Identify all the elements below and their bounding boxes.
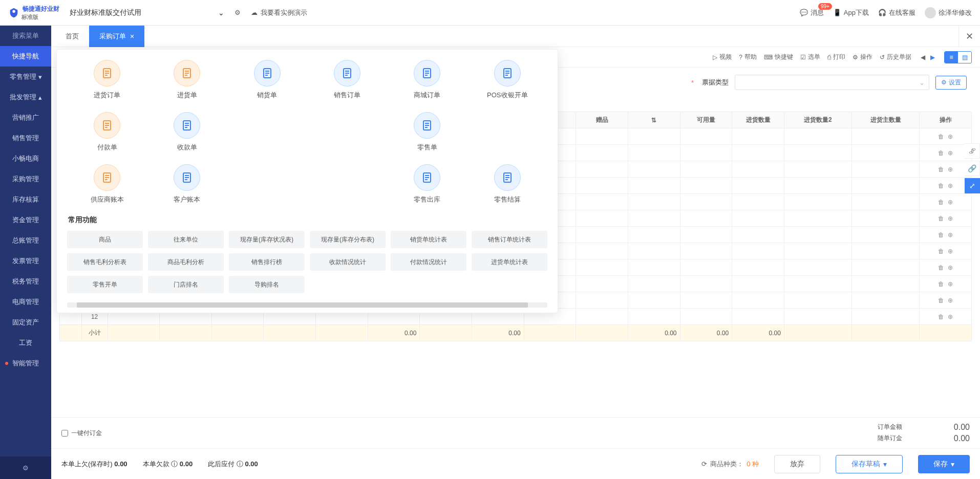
sidebar-item-wholesale[interactable]: 批发管理▴ bbox=[0, 87, 51, 107]
toolbar-operate[interactable]: ⚙操作 bbox=[853, 53, 872, 61]
row-delete-icon[interactable]: 🗑 bbox=[938, 149, 944, 157]
sidebar-item-invoice[interactable]: 发票管理 bbox=[0, 251, 51, 271]
page-next[interactable]: ▶ bbox=[928, 53, 937, 62]
row-add-icon[interactable]: ⊕ bbox=[948, 248, 953, 255]
common-function-button[interactable]: 门店排名 bbox=[148, 276, 224, 293]
row-add-icon[interactable]: ⊕ bbox=[948, 149, 953, 157]
row-delete-icon[interactable]: 🗑 bbox=[938, 248, 944, 255]
toolbar-select[interactable]: ☑选单 bbox=[800, 53, 820, 61]
flow-node[interactable]: 进货订单 bbox=[67, 60, 147, 100]
billtype-select[interactable]: ⌄ bbox=[735, 75, 929, 90]
flow-node[interactable]: 销货单 bbox=[227, 60, 307, 100]
sidebar-item-ecom[interactable]: 小畅电商 bbox=[0, 148, 51, 169]
tabs-close-all[interactable]: ✕ bbox=[958, 26, 980, 47]
common-function-button[interactable]: 销货单统计表 bbox=[391, 231, 466, 248]
ribbon-bookmark-icon[interactable]: 🖇 bbox=[965, 143, 980, 159]
save-draft-button[interactable]: 保存草稿▾ bbox=[836, 455, 903, 473]
row-add-icon[interactable]: ⊕ bbox=[948, 231, 953, 238]
common-function-button[interactable]: 收款情况统计 bbox=[310, 253, 386, 271]
row-delete-icon[interactable]: 🗑 bbox=[938, 231, 944, 238]
flow-node[interactable]: 销售订单 bbox=[307, 60, 387, 100]
flow-node[interactable]: 供应商账本 bbox=[67, 164, 147, 204]
sidebar-item-marketing[interactable]: 营销推广 bbox=[0, 107, 51, 128]
row-add-icon[interactable]: ⊕ bbox=[948, 215, 953, 222]
row-add-icon[interactable]: ⊕ bbox=[948, 297, 953, 304]
row-delete-icon[interactable]: 🗑 bbox=[938, 280, 944, 288]
app-download-button[interactable]: 📱 App下载 bbox=[833, 8, 869, 17]
demo-link[interactable]: ☁ 我要看实例演示 bbox=[251, 8, 307, 17]
ribbon-link-icon[interactable]: 🔗 bbox=[965, 161, 980, 176]
flow-node[interactable]: 零售出库 bbox=[387, 164, 467, 204]
user-menu[interactable]: 徐泽华修改 bbox=[925, 7, 972, 18]
row-add-icon[interactable]: ⊕ bbox=[948, 182, 953, 189]
sidebar-item-ledger[interactable]: 总账管理 bbox=[0, 230, 51, 251]
help-icon[interactable]: ⓘ bbox=[171, 460, 178, 468]
row-add-icon[interactable]: ⊕ bbox=[948, 280, 953, 288]
flow-node[interactable]: 零售结算 bbox=[467, 164, 547, 204]
toolbar-print[interactable]: ⎙打印 bbox=[827, 53, 845, 61]
sidebar-item-intelligent[interactable]: 智能管理 bbox=[0, 353, 51, 374]
toolbar-video[interactable]: ▷视频 bbox=[713, 53, 732, 61]
common-function-button[interactable]: 销售毛利分析表 bbox=[67, 253, 143, 271]
view-card-icon[interactable]: ▤ bbox=[958, 52, 971, 63]
sidebar-item-tax[interactable]: 税务管理 bbox=[0, 271, 51, 292]
flow-node[interactable]: POS收银开单 bbox=[467, 60, 547, 100]
sidebar-item-purchase[interactable]: 采购管理 bbox=[0, 169, 51, 189]
sidebar-item-ecommgmt[interactable]: 电商管理 bbox=[0, 292, 51, 312]
common-function-button[interactable]: 零售开单 bbox=[67, 276, 143, 293]
refresh-icon[interactable]: ⟳ bbox=[701, 460, 707, 468]
close-icon[interactable]: × bbox=[130, 32, 134, 40]
sidebar-item-salary[interactable]: 工资 bbox=[0, 333, 51, 353]
page-prev[interactable]: ◀ bbox=[919, 53, 927, 62]
flow-node[interactable]: 商城订单 bbox=[387, 60, 467, 100]
sidebar-item-assets[interactable]: 固定资产 bbox=[0, 312, 51, 333]
tab-purchase-order[interactable]: 采购订单 × bbox=[89, 26, 144, 47]
sidebar-item-inventory[interactable]: 库存核算 bbox=[0, 189, 51, 210]
onekey-deposit-check[interactable]: 一键付订金 bbox=[61, 429, 102, 438]
common-function-button[interactable]: 进货单统计表 bbox=[472, 253, 547, 271]
row-add-icon[interactable]: ⊕ bbox=[948, 133, 953, 140]
popup-hscrollbar[interactable] bbox=[67, 302, 547, 308]
save-button[interactable]: 保存▾ bbox=[918, 455, 970, 473]
row-delete-icon[interactable]: 🗑 bbox=[938, 133, 944, 140]
settings-button[interactable]: ⚙设置 bbox=[935, 76, 967, 90]
row-delete-icon[interactable]: 🗑 bbox=[938, 264, 944, 271]
toolbar-history[interactable]: ↺历史单据 bbox=[880, 53, 911, 61]
row-add-icon[interactable]: ⊕ bbox=[948, 166, 953, 173]
sidebar-search[interactable]: 搜索菜单 bbox=[0, 26, 51, 46]
flow-node[interactable]: 进货单 bbox=[147, 60, 227, 100]
gear-icon[interactable]: ⚙ bbox=[235, 9, 241, 16]
common-function-button[interactable]: 现存量(库存分布表) bbox=[310, 231, 386, 248]
common-function-button[interactable]: 往来单位 bbox=[148, 231, 224, 248]
messages-button[interactable]: 💬 消息 99+ bbox=[800, 8, 824, 17]
flow-node[interactable]: 收款单 bbox=[147, 112, 227, 152]
toolbar-help[interactable]: ?帮助 bbox=[739, 53, 757, 61]
row-delete-icon[interactable]: 🗑 bbox=[938, 182, 944, 189]
sidebar-item-sales[interactable]: 销售管理 bbox=[0, 128, 51, 148]
toolbar-shortcut[interactable]: ⌨快捷键 bbox=[764, 53, 793, 61]
row-add-icon[interactable]: ⊕ bbox=[948, 199, 953, 206]
help-icon[interactable]: ⓘ bbox=[237, 460, 243, 468]
flow-node[interactable]: 付款单 bbox=[67, 112, 147, 152]
row-add-icon[interactable]: ⊕ bbox=[948, 264, 953, 271]
sidebar-item-funds[interactable]: 资金管理 bbox=[0, 210, 51, 230]
row-delete-icon[interactable]: 🗑 bbox=[938, 297, 944, 304]
flow-node[interactable]: 零售单 bbox=[387, 112, 467, 152]
common-function-button[interactable]: 商品毛利分析 bbox=[148, 253, 224, 271]
row-delete-icon[interactable]: 🗑 bbox=[938, 313, 944, 320]
common-function-button[interactable]: 付款情况统计 bbox=[391, 253, 466, 271]
package-selector[interactable]: 好业财标准版交付试用 ⌄ bbox=[70, 8, 224, 17]
tab-home[interactable]: 首页 bbox=[55, 26, 89, 47]
common-function-button[interactable]: 销售排行榜 bbox=[229, 253, 305, 271]
row-delete-icon[interactable]: 🗑 bbox=[938, 215, 944, 222]
sidebar-item-quicknav[interactable]: 快捷导航 bbox=[0, 46, 51, 67]
common-function-button[interactable]: 商品 bbox=[67, 231, 143, 248]
support-button[interactable]: 🎧 在线客服 bbox=[878, 8, 915, 17]
view-list-icon[interactable]: ≡ bbox=[945, 52, 958, 63]
row-add-icon[interactable]: ⊕ bbox=[948, 313, 953, 320]
row-delete-icon[interactable]: 🗑 bbox=[938, 199, 944, 206]
common-function-button[interactable]: 现存量(库存状况表) bbox=[229, 231, 305, 248]
sidebar-item-retail[interactable]: 零售管理▾ bbox=[0, 67, 51, 87]
discard-button[interactable]: 放弃 bbox=[774, 455, 820, 473]
sidebar-settings-icon[interactable]: ⚙ bbox=[0, 456, 51, 479]
